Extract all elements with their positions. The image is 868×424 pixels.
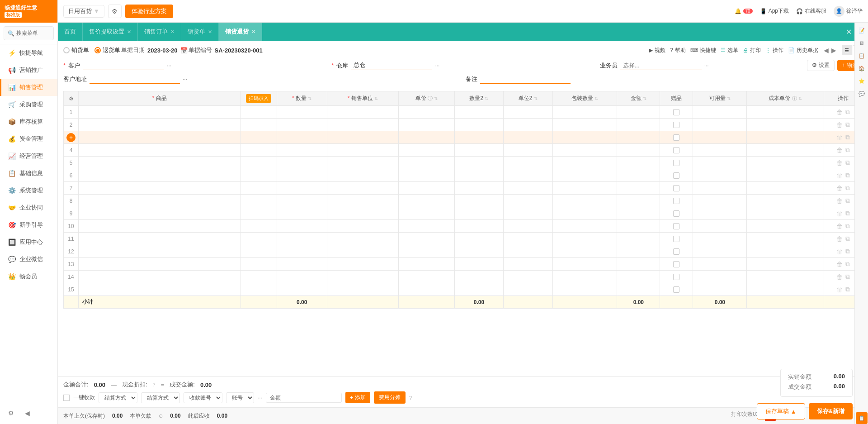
sidebar-item-inventory[interactable]: 📦 库存核算 xyxy=(0,113,57,130)
module-selector[interactable]: 日用百货 ▼ xyxy=(63,5,104,18)
delete-icon[interactable]: 🗑 xyxy=(836,172,843,179)
gift-checkbox[interactable] xyxy=(673,236,679,242)
agent-input[interactable] xyxy=(620,61,702,70)
copy-icon[interactable]: ⧉ xyxy=(845,235,850,243)
gift-checkbox[interactable] xyxy=(673,210,679,217)
close-tab-button[interactable]: ✕ xyxy=(846,28,852,36)
sidebar-collapse-btn[interactable]: ◀ xyxy=(21,407,33,419)
delete-icon[interactable]: 🗑 xyxy=(836,147,843,154)
gift-checkbox[interactable] xyxy=(673,286,679,293)
sidebar-settings-btn[interactable]: ⚙ xyxy=(5,407,17,419)
right-panel-btn-4[interactable]: 🏠 xyxy=(856,62,868,74)
copy-icon[interactable]: ⧉ xyxy=(845,273,850,281)
gift-checkbox[interactable] xyxy=(673,160,679,166)
delete-icon[interactable]: 🗑 xyxy=(836,185,843,192)
copy-icon[interactable]: ⧉ xyxy=(845,172,850,179)
gift-checkbox[interactable] xyxy=(673,147,679,153)
gift-checkbox[interactable] xyxy=(673,274,679,280)
right-panel-btn-5[interactable]: ⭐ xyxy=(856,75,868,87)
address-select-btn[interactable]: ··· xyxy=(183,76,187,82)
sales-unit-sort-icon[interactable]: ⇅ xyxy=(374,96,378,101)
tab-sales-return[interactable]: 销货退货 ✕ xyxy=(219,23,262,41)
unit-price-info-icon[interactable]: ⓘ xyxy=(428,95,433,101)
address-input[interactable] xyxy=(90,75,180,84)
delete-icon[interactable]: 🗑 xyxy=(836,210,843,217)
calc-method-select[interactable]: 结算方式 xyxy=(141,392,180,403)
delete-icon[interactable]: 🗑 xyxy=(836,223,843,230)
sidebar-item-sales[interactable]: 📊 销售管理 xyxy=(0,79,57,96)
return-type-radio[interactable]: 退货单 xyxy=(94,46,120,54)
delete-icon[interactable]: 🗑 xyxy=(836,159,843,167)
th-settings[interactable]: ⚙ xyxy=(64,91,79,106)
gift-checkbox[interactable] xyxy=(673,198,679,204)
sidebar-item-wechat[interactable]: 💬 企业微信 xyxy=(0,251,57,268)
gift-checkbox[interactable] xyxy=(673,223,679,229)
calendar-icon[interactable]: 📅 xyxy=(180,47,188,54)
shortcut-btn[interactable]: ⌨ 快捷键 xyxy=(690,47,716,54)
payment-amount-input[interactable] xyxy=(266,393,342,403)
delete-icon[interactable]: 🗑 xyxy=(836,235,843,243)
copy-icon[interactable]: ⧉ xyxy=(845,108,850,116)
topbar-settings-button[interactable]: ⚙ xyxy=(108,5,122,18)
tab-price-settings[interactable]: 售价提取设置 ✕ xyxy=(83,23,138,41)
add-row-btn[interactable]: + xyxy=(66,133,75,142)
sidebar-item-marketing[interactable]: 📢 营销推广 xyxy=(0,62,57,79)
list-view-btn[interactable]: ☰ xyxy=(842,45,852,55)
right-panel-btn-1[interactable]: 📝 xyxy=(856,24,868,36)
help-btn[interactable]: ? 帮助 xyxy=(670,47,686,54)
quantity-sort-icon[interactable]: ⇅ xyxy=(308,96,311,101)
gift-checkbox[interactable] xyxy=(673,261,679,267)
sidebar-item-purchase[interactable]: 🛒 采购管理 xyxy=(0,96,57,113)
cost-price-sort-icon[interactable]: ⇅ xyxy=(798,96,802,101)
notification-btn[interactable]: 🔔 70 xyxy=(735,8,753,14)
copy-icon[interactable]: ⧉ xyxy=(845,197,850,205)
account-number-select[interactable]: 账号 xyxy=(226,392,254,403)
operation-btn[interactable]: ⋮ 操作 xyxy=(765,47,783,54)
sidebar-item-shortcut[interactable]: ⚡ 快捷导航 xyxy=(0,44,57,62)
tab-price-settings-close[interactable]: ✕ xyxy=(127,29,131,35)
copy-icon[interactable]: ⧉ xyxy=(845,260,850,268)
delete-icon[interactable]: 🗑 xyxy=(836,286,843,293)
tab-sales-delivery-close[interactable]: ✕ xyxy=(208,29,212,35)
sidebar-item-member[interactable]: 👑 畅会员 xyxy=(0,268,57,285)
prev-record-btn[interactable]: ◀ xyxy=(823,46,830,55)
right-panel-btn-orange[interactable]: 📋 xyxy=(856,412,868,424)
gift-checkbox[interactable] xyxy=(673,185,679,191)
gift-checkbox[interactable] xyxy=(673,172,679,179)
product-input[interactable] xyxy=(81,134,238,141)
gift-checkbox[interactable] xyxy=(673,109,679,115)
available-sort-icon[interactable]: ⇅ xyxy=(727,96,731,101)
trial-button[interactable]: 体验行业方案 xyxy=(125,5,173,18)
scan-button[interactable]: 扫码录入 xyxy=(246,94,271,103)
settings-btn[interactable]: ⚙ 设置 xyxy=(807,60,834,71)
save-new-btn[interactable]: 保存&新增 xyxy=(809,403,853,419)
pack-sort-icon[interactable]: ⇅ xyxy=(594,96,598,101)
unit2-sort-icon[interactable]: ⇅ xyxy=(534,96,538,101)
history-btn[interactable]: 📄 历史单据 xyxy=(788,47,818,54)
select-btn[interactable]: ☰ 选单 xyxy=(721,47,738,54)
sales-type-radio[interactable]: 销货单 xyxy=(63,46,89,54)
copy-icon[interactable]: ⧉ xyxy=(845,146,850,154)
agent-select-btn[interactable]: ··· xyxy=(704,62,709,69)
delete-icon[interactable]: 🗑 xyxy=(836,248,843,255)
delete-icon[interactable]: 🗑 xyxy=(836,121,843,129)
amount-sort-icon[interactable]: ⇅ xyxy=(643,96,646,101)
copy-icon[interactable]: ⧉ xyxy=(845,222,850,230)
sidebar-item-basic[interactable]: 📋 基础信息 xyxy=(0,165,57,182)
gift-checkbox[interactable] xyxy=(673,248,679,255)
save-draft-btn[interactable]: 保存草稿 ▲ xyxy=(757,403,805,419)
tab-home[interactable]: 首页 xyxy=(58,23,83,41)
sidebar-item-enterprise[interactable]: 🤝 企业协同 xyxy=(0,199,57,216)
doc-number-value[interactable]: SA-20230320-001 xyxy=(215,47,263,54)
product-cell[interactable] xyxy=(79,106,241,119)
copy-icon[interactable]: ⧉ xyxy=(845,133,850,141)
remark-input[interactable] xyxy=(480,75,571,84)
print-btn[interactable]: 🖨 打印 xyxy=(743,47,761,54)
right-panel-btn-2[interactable]: 🖥 xyxy=(856,37,868,49)
next-record-btn[interactable]: ▶ xyxy=(830,46,837,55)
online-service-btn[interactable]: 🎧 在线客服 xyxy=(796,7,826,15)
one-key-payment-checkbox[interactable] xyxy=(63,395,70,401)
copy-icon[interactable]: ⧉ xyxy=(845,121,850,129)
quantity2-sort-icon[interactable]: ⇅ xyxy=(485,96,488,101)
cost-price-info-icon[interactable]: ⓘ xyxy=(792,95,797,101)
